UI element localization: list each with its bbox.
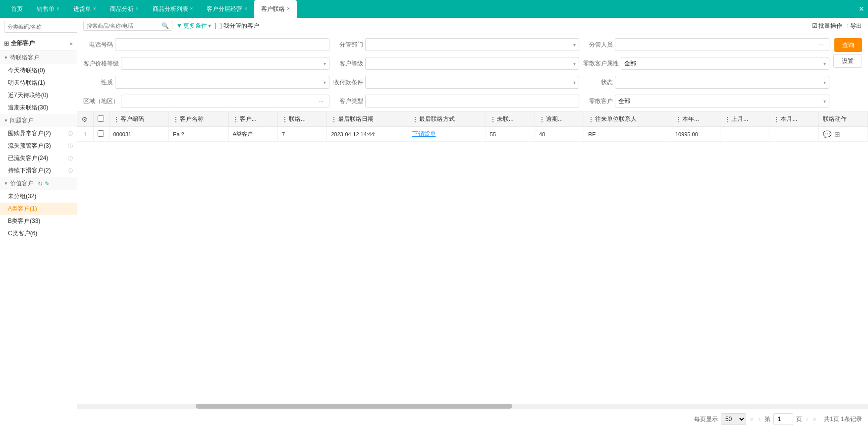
row-number: 1 (77, 127, 93, 142)
nav-tab-analysis-list[interactable]: 商品分析列表 × (146, 0, 200, 18)
sidebar-item-unclassified[interactable]: 未分组(32) (0, 190, 77, 203)
sidebar-item-overdue[interactable]: 逾期未联络(30) (0, 102, 77, 114)
close-tab-analysis[interactable]: × (136, 0, 139, 18)
close-window[interactable]: × (859, 4, 864, 14)
prev-page-button[interactable]: ‹ (758, 416, 761, 423)
nav-tab-customer-tier[interactable]: 客户分层经营 × (200, 0, 254, 18)
close-tab-purchase[interactable]: × (93, 0, 96, 18)
col-no-contact: ⋮未联... (486, 112, 535, 127)
query-button[interactable]: 查询 (834, 38, 862, 52)
col-tmonth-sort: ⋮ (773, 116, 779, 123)
filter-payment: 收付款条件 ▾ (333, 76, 580, 89)
last-method-link[interactable]: 下销货单 (412, 130, 436, 137)
close-tab-sales[interactable]: × (56, 0, 59, 18)
phone-input[interactable] (115, 38, 329, 51)
section-pending-contact[interactable]: ▼ 待联络客户 (0, 51, 77, 64)
qr-action-icon[interactable]: ⊞ (834, 130, 840, 138)
page-end-label: 页 (796, 415, 802, 424)
col-actions: 联络动作 (818, 112, 868, 127)
filter-customer-type: 客户类型 (333, 95, 580, 107)
refresh-icon[interactable]: ↻ (38, 180, 43, 187)
filter-row-4: 区域（地区） ··· 客户类型 零散客户 (83, 95, 829, 107)
chat-action-icon[interactable]: 💬 (823, 130, 831, 138)
sidebar-item-today[interactable]: 今天待联络(0) (0, 64, 77, 77)
advanced-filters: 电话号码 分管部门 ▾ 分管人员 (77, 34, 868, 112)
col-customer-type: ⋮客户... (228, 112, 277, 127)
my-customers-checkbox[interactable]: 我分管的客户 (215, 22, 259, 30)
next-page-button[interactable]: › (805, 416, 809, 423)
per-page-select[interactable]: 50 100 200 (721, 413, 746, 425)
my-customers-check[interactable] (215, 23, 221, 29)
nav-tab-customer-contact[interactable]: 客户联络 × (254, 0, 297, 18)
region-dots[interactable]: ··· (317, 98, 326, 105)
price-level-label: 客户价格等级 (83, 59, 119, 68)
col-lmonth-sort: ⋮ (724, 116, 730, 123)
sidebar-item-7days[interactable]: 近7天待联络(0) (0, 89, 77, 102)
settings-icon[interactable]: ⚙ (81, 115, 88, 123)
section-value-customers[interactable]: ▼ 价值客户 ↻ ✎ (0, 177, 77, 190)
info-icon-churn: ⓘ (68, 143, 73, 150)
horizontal-scrollbar[interactable] (77, 404, 868, 409)
close-tab-customer-tier[interactable]: × (244, 0, 247, 18)
manager-select[interactable]: ··· (615, 38, 829, 51)
section-arrow-2: ▼ (4, 118, 8, 123)
select-all-checkbox[interactable] (98, 115, 104, 122)
dept-select[interactable]: ▾ (365, 38, 580, 51)
customer-type-input[interactable] (365, 95, 580, 107)
more-filters-button[interactable]: ▼ 更多条件 ▾ (176, 22, 211, 30)
sidebar-search-input[interactable] (4, 21, 77, 33)
section-problem-customers[interactable]: ▼ 问题客户 (0, 114, 77, 127)
region-label: 区域（地区） (83, 97, 119, 106)
sidebar-item-hoarding[interactable]: 囤购异常客户(2) ⓘ (0, 127, 77, 140)
price-level-select[interactable]: ▾ (121, 57, 329, 70)
nature-select[interactable]: ▾ (115, 76, 329, 89)
filter-nature: 性质 ▾ (83, 76, 329, 89)
main-search-input[interactable] (87, 23, 160, 29)
retail-attr-arrow: ▾ (823, 61, 826, 66)
status-select[interactable]: ▾ (615, 76, 829, 89)
col-last-month: ⋮上月... (720, 112, 769, 127)
settings-button[interactable]: 设置 (833, 54, 862, 68)
nav-tab-sales[interactable]: 销售单 × (30, 0, 66, 18)
customer-table: ⚙ ⋮客户编码 ⋮客户名称 ⋮客户... (77, 112, 868, 142)
close-tab-analysis-list[interactable]: × (190, 0, 193, 18)
sidebar-collapse-button[interactable]: « (69, 40, 73, 47)
phone-label: 电话号码 (83, 41, 113, 49)
sidebar-item-churned[interactable]: 已流失客户(24) ⓘ (0, 152, 77, 164)
status-arrow: ▾ (823, 80, 826, 85)
last-page-button[interactable]: » (812, 416, 817, 423)
retail-attr-label: 零散客户属性 (583, 59, 619, 68)
sidebar-item-churn-warning[interactable]: 流失预警客户(3) ⓘ (0, 140, 77, 152)
row-select-checkbox[interactable] (98, 130, 104, 137)
manager-dots[interactable]: ··· (817, 41, 826, 48)
filter-customer-level: 客户等级 ▾ (333, 57, 580, 70)
dept-label: 分管部门 (333, 41, 363, 49)
retail-attr-select[interactable]: 全部 ▾ (621, 57, 829, 70)
close-tab-customer-contact[interactable]: × (287, 0, 290, 18)
sidebar-item-declining[interactable]: 持续下滑客户(2) ⓘ (0, 164, 77, 177)
nav-home[interactable]: 首页 (4, 0, 30, 18)
customer-level-select[interactable]: ▾ (365, 57, 580, 70)
customer-level-arrow: ▾ (573, 61, 576, 66)
batch-icon: ☑ (812, 22, 817, 29)
edit-icon[interactable]: ✎ (45, 180, 50, 187)
row-checkbox (93, 127, 109, 142)
main-search-icon[interactable]: 🔍 (162, 22, 169, 29)
payment-select[interactable]: ▾ (365, 76, 580, 89)
sidebar-item-class-c[interactable]: C类客户(6) (0, 227, 77, 240)
region-select[interactable]: ··· (121, 95, 329, 107)
scroll-thumb[interactable] (196, 404, 512, 409)
sidebar-all-customers[interactable]: ⊞ 全部客户 « (0, 36, 77, 51)
page-number-input[interactable] (773, 413, 793, 425)
batch-op-button[interactable]: ☑ 批量操作 (812, 22, 842, 30)
export-button[interactable]: ↑ 导出 (846, 22, 862, 30)
first-page-button[interactable]: « (749, 416, 755, 423)
sidebar-item-tomorrow[interactable]: 明天待联络(1) (0, 77, 77, 89)
row-related-person: RE . (584, 127, 671, 142)
nav-tab-analysis[interactable]: 商品分析 × (103, 0, 146, 18)
sidebar-item-class-b[interactable]: B类客户(33) (0, 215, 77, 227)
filter-bar: 🔍 ▼ 更多条件 ▾ 我分管的客户 ☑ 批量操作 ↑ 导出 (77, 18, 868, 34)
retail-customer-select[interactable]: 全部 ▾ (615, 95, 829, 107)
nav-tab-purchase[interactable]: 进货单 × (66, 0, 103, 18)
sidebar-item-class-a[interactable]: A类客户(1) (0, 203, 77, 215)
